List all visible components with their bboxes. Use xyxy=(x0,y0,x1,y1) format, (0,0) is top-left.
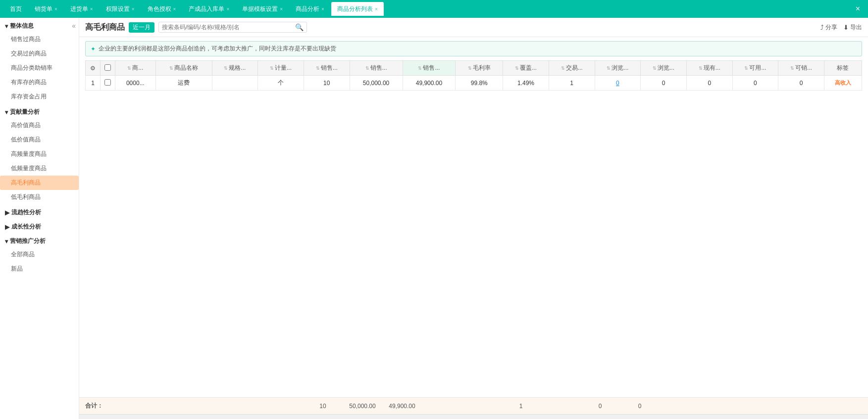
sidebar-item-high-margin[interactable]: 高毛利商品 xyxy=(0,176,79,190)
sidebar-item-stock-occupy[interactable]: 库存资金占用 xyxy=(0,90,79,104)
search-icon[interactable]: 🔍 xyxy=(295,23,304,31)
nav-tab-home[interactable]: 首页 xyxy=(4,2,28,16)
col-available[interactable]: ⇅ 可用... xyxy=(732,61,778,76)
close-roles-icon[interactable]: × xyxy=(173,6,176,12)
nav-tab-products[interactable]: 产成品入库单 × xyxy=(183,2,235,16)
nav-tab-permissions[interactable]: 权限设置 × xyxy=(100,2,141,16)
close-sales-icon[interactable]: × xyxy=(54,6,57,12)
share-button[interactable]: ⤴ 分享 xyxy=(820,23,837,32)
footer-empty-3 xyxy=(224,403,263,410)
sidebar-group-trend-label: 流趋性分析 xyxy=(11,208,41,217)
nav-tab-analysis-list[interactable]: 商品分析列表 × xyxy=(331,2,384,16)
bottom-scrollbar[interactable] xyxy=(79,414,868,419)
col-settings[interactable]: ⚙ xyxy=(86,61,101,76)
col-available-sort-icon: ⇅ xyxy=(744,66,748,71)
sidebar-group-marketing-label: 营销推广分析 xyxy=(10,237,46,245)
footer-empty-8 xyxy=(660,403,699,410)
cell-sales-qty: 10 xyxy=(304,76,350,91)
cell-saleable: 0 xyxy=(778,76,824,91)
footer-bar: 合计： 10 50,000.00 49,900.00 1 0 0 xyxy=(79,397,868,414)
cell-checkbox[interactable] xyxy=(101,76,115,91)
col-sales-profit[interactable]: ⇅ 销售... xyxy=(403,61,456,76)
col-browse1-sort-icon: ⇅ xyxy=(607,66,611,71)
sidebar-item-traded-goods[interactable]: 交易过的商品 xyxy=(0,47,79,61)
footer-cells: 10 50,000.00 49,900.00 1 0 0 xyxy=(145,403,862,410)
sidebar-collapse-button[interactable]: « xyxy=(72,22,76,30)
col-unit-sort-icon: ⇅ xyxy=(270,66,274,71)
sidebar-item-high-freq[interactable]: 高频量度商品 xyxy=(0,147,79,161)
main-layout: « ▾ 整体信息 销售过商品 交易过的商品 商品分类助销率 有库存的商品 库存资… xyxy=(0,18,868,419)
col-sales-qty[interactable]: ⇅ 销售... xyxy=(304,61,350,76)
close-analysis-list-icon[interactable]: × xyxy=(375,6,378,12)
settings-icon[interactable]: ⚙ xyxy=(90,65,96,72)
col-coverage-sort-icon: ⇅ xyxy=(515,66,519,71)
close-analysis-icon[interactable]: × xyxy=(321,6,324,12)
share-label: 分享 xyxy=(825,23,837,32)
close-templates-icon[interactable]: × xyxy=(280,6,283,12)
close-products-icon[interactable]: × xyxy=(226,6,229,12)
sidebar-group-overview[interactable]: ▾ 整体信息 xyxy=(0,18,79,32)
sidebar-group-overview-label: 整体信息 xyxy=(10,22,34,30)
col-spec[interactable]: ⇅ 规格... xyxy=(212,61,258,76)
sidebar-item-stock-goods[interactable]: 有库存的商品 xyxy=(0,75,79,90)
nav-tab-roles-label: 角色授权 xyxy=(148,5,171,13)
content-header: 高毛利商品 近一月 🔍 ⤴ 分享 ⬇ 导出 xyxy=(79,18,868,37)
footer-empty-4 xyxy=(263,403,303,410)
sidebar-item-low-margin[interactable]: 低毛利商品 xyxy=(0,190,79,204)
col-browse1[interactable]: ⇅ 浏览... xyxy=(595,61,641,76)
export-icon: ⬇ xyxy=(843,24,849,31)
nav-tab-products-label: 产成品入库单 xyxy=(189,5,224,13)
sidebar-item-low-freq[interactable]: 低频量度商品 xyxy=(0,161,79,176)
nav-tab-purchase[interactable]: 进货单 × xyxy=(64,2,99,16)
close-purchase-icon[interactable]: × xyxy=(90,6,93,12)
col-name[interactable]: ⇅ 商品名称 xyxy=(155,61,212,76)
chevron-right-icon-2: ▶ xyxy=(5,224,9,231)
export-label: 导出 xyxy=(850,23,862,32)
col-sales-amount[interactable]: ⇅ 销售... xyxy=(350,61,403,76)
cell-browse1[interactable]: 0 xyxy=(595,76,641,91)
table-body: 10000...运费个1050,000.0049,900.0099.8%1.49… xyxy=(86,76,862,91)
sidebar-group-trend[interactable]: ▶ 流趋性分析 xyxy=(0,204,79,219)
nav-tab-analysis-list-label: 商品分析列表 xyxy=(337,5,373,13)
col-browse2[interactable]: ⇅ 浏览... xyxy=(641,61,687,76)
col-checkbox[interactable] xyxy=(101,61,115,76)
col-coverage[interactable]: ⇅ 覆盖... xyxy=(503,61,549,76)
col-current-stock[interactable]: ⇅ 现有... xyxy=(686,61,732,76)
sidebar-item-sales-goods[interactable]: 销售过商品 xyxy=(0,32,79,47)
data-table: ⚙ ⇅ 商... ⇅ xyxy=(85,60,862,91)
content-area: 高毛利商品 近一月 🔍 ⤴ 分享 ⬇ 导出 ✦ 企业的主要的利润都是这部分商品创… xyxy=(79,18,868,419)
col-margin-rate[interactable]: ⇅ 毛利率 xyxy=(456,61,503,76)
header-actions: ⤴ 分享 ⬇ 导出 xyxy=(820,23,862,32)
sidebar-item-high-value[interactable]: 高价值商品 xyxy=(0,118,79,133)
sidebar-item-assist-rate[interactable]: 商品分类助销率 xyxy=(0,61,79,75)
nav-tab-sales[interactable]: 销货单 × xyxy=(29,2,63,16)
cell-spec xyxy=(212,76,258,91)
nav-tab-roles[interactable]: 角色授权 × xyxy=(142,2,182,16)
col-trade[interactable]: ⇅ 交易... xyxy=(549,61,595,76)
cell-name: 运费 xyxy=(155,76,212,91)
select-all-checkbox[interactable] xyxy=(104,64,111,71)
col-code[interactable]: ⇅ 商... xyxy=(115,61,156,76)
nav-tab-permissions-label: 权限设置 xyxy=(106,5,130,13)
sidebar-group-wealth[interactable]: ▾ 贡献量分析 xyxy=(0,104,79,118)
nav-tab-templates[interactable]: 单据模板设置 × xyxy=(236,2,289,16)
col-code-sort-icon: ⇅ xyxy=(127,66,131,71)
close-all-button[interactable]: × xyxy=(852,4,864,13)
col-saleable[interactable]: ⇅ 可销... xyxy=(778,61,824,76)
nav-tab-analysis[interactable]: 商品分析 × xyxy=(290,2,330,16)
sidebar-group-marketing[interactable]: ▾ 营销推广分析 xyxy=(0,233,79,247)
period-button[interactable]: 近一月 xyxy=(129,22,154,33)
nav-tab-home-label: 首页 xyxy=(10,5,22,13)
search-input[interactable] xyxy=(162,24,293,31)
col-unit[interactable]: ⇅ 计量... xyxy=(258,61,304,76)
sidebar-item-all-goods[interactable]: 全部商品 xyxy=(0,247,79,262)
close-permissions-icon[interactable]: × xyxy=(132,6,135,12)
cell-browse2: 0 xyxy=(641,76,687,91)
footer-empty-5 xyxy=(422,403,461,410)
col-tag[interactable]: 标签 xyxy=(824,61,862,76)
nav-tab-analysis-label: 商品分析 xyxy=(296,5,319,13)
sidebar-item-new-goods[interactable]: 新品 xyxy=(0,262,79,276)
sidebar-group-growth[interactable]: ▶ 成长性分析 xyxy=(0,219,79,233)
sidebar-item-low-value[interactable]: 低价值商品 xyxy=(0,133,79,147)
export-button[interactable]: ⬇ 导出 xyxy=(843,23,862,32)
